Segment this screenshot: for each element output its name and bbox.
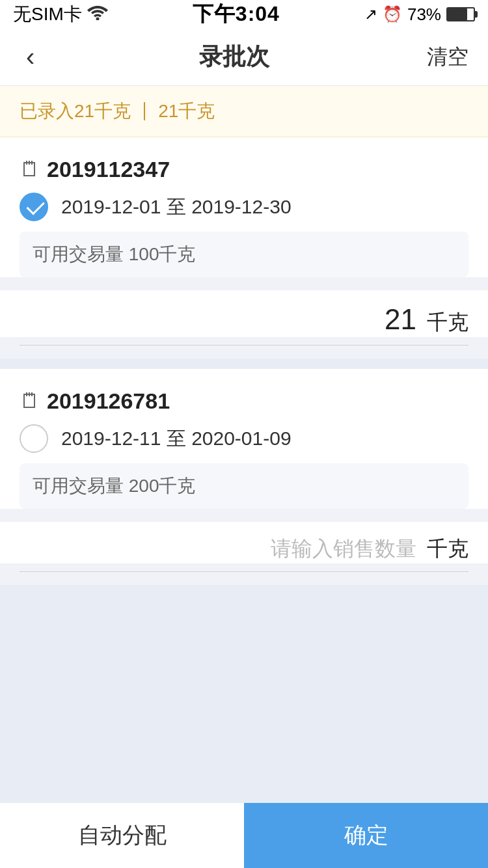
- status-right: ↗ ⏰ 73%: [364, 5, 475, 25]
- batch2-card: 🗒 2019126781 2019-12-11 至 2020-01-09 可用交…: [0, 369, 488, 509]
- section-divider: [0, 359, 488, 369]
- batch1-qty-unit: 千克: [427, 308, 468, 337]
- batch2-avail-box: 可用交易量 200千克: [20, 463, 468, 509]
- batch2-row: 2019-12-11 至 2020-01-09: [20, 424, 468, 453]
- batch2-input-unit: 千克: [427, 535, 468, 563]
- battery-icon: [446, 7, 475, 21]
- summary-value: 21千克: [158, 99, 215, 124]
- batch2-id: 2019126781: [47, 388, 170, 414]
- carrier-text: 无SIM卡: [13, 2, 82, 27]
- page-title: 录批次: [199, 41, 269, 73]
- status-time: 下午3:04: [193, 0, 280, 29]
- batch1-card: 🗒 2019112347 2019-12-01 至 2019-12-30 可用交…: [0, 137, 488, 277]
- batch2-input-row: 千克: [0, 522, 488, 563]
- batch1-qty-row: 21 千克: [0, 290, 488, 337]
- batch1-qty-divider: [20, 345, 468, 346]
- batch2-date: 2019-12-11 至 2020-01-09: [61, 426, 291, 452]
- alarm-icon: ⏰: [383, 5, 402, 23]
- clear-button[interactable]: 清空: [427, 43, 468, 72]
- batch2-radio[interactable]: [20, 424, 48, 453]
- batch1-date: 2019-12-01 至 2019-12-30: [61, 194, 291, 221]
- status-bar: 无SIM卡 下午3:04 ↗ ⏰ 73%: [0, 0, 488, 29]
- nav-bar: ‹ 录批次 清空: [0, 29, 488, 86]
- status-left: 无SIM卡: [13, 2, 108, 27]
- batch1-header: 🗒 2019112347: [20, 157, 468, 182]
- bottom-bar: 自动分配 确定: [0, 803, 488, 868]
- summary-label: 已录入21千克: [20, 99, 131, 124]
- batch1-avail-text: 可用交易量 100千克: [33, 244, 196, 264]
- back-button[interactable]: ‹: [20, 36, 41, 78]
- battery-text: 73%: [407, 5, 441, 25]
- batch1-id: 2019112347: [47, 157, 170, 182]
- batch1-qty-value: 21: [385, 303, 416, 336]
- auto-distribute-button[interactable]: 自动分配: [0, 803, 244, 868]
- batch2-qty-input[interactable]: [20, 537, 416, 561]
- batch1-avail-box: 可用交易量 100千克: [20, 232, 468, 277]
- wifi-icon: [87, 4, 108, 25]
- batch2-input-divider: [20, 571, 468, 572]
- svg-point-0: [96, 18, 99, 21]
- summary-divider: [144, 102, 145, 120]
- batch1-doc-icon: 🗒: [20, 157, 40, 182]
- confirm-button[interactable]: 确定: [244, 803, 488, 868]
- batch2-avail-text: 可用交易量 200千克: [33, 476, 196, 496]
- location-icon: ↗: [364, 5, 377, 23]
- batch1-row: 2019-12-01 至 2019-12-30: [20, 193, 468, 221]
- batch2-header: 🗒 2019126781: [20, 388, 468, 414]
- batch1-radio[interactable]: [20, 193, 48, 221]
- batch2-doc-icon: 🗒: [20, 389, 40, 413]
- summary-bar: 已录入21千克 21千克: [0, 86, 488, 137]
